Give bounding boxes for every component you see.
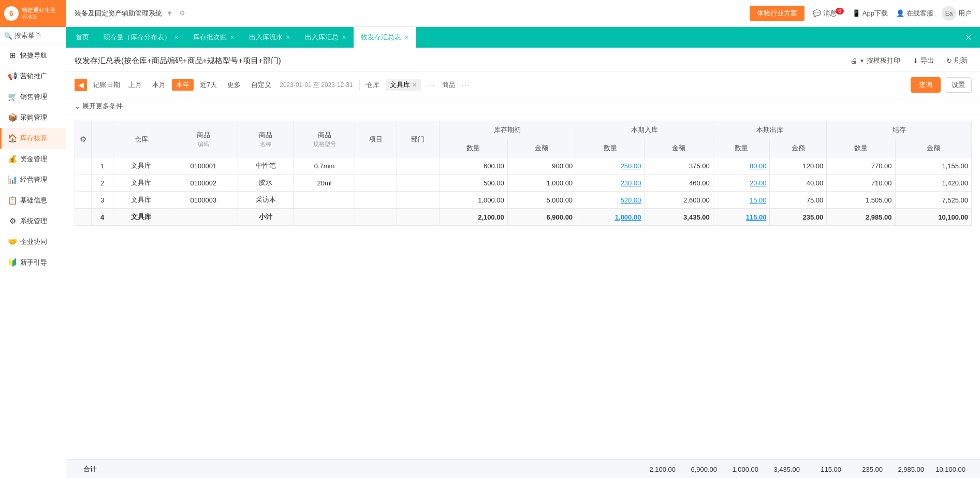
date-opt-last-month[interactable]: 上月	[124, 79, 146, 91]
table-row-2-warehouse-cell: 文具库	[113, 175, 169, 192]
footer-out-amt: 235.00	[847, 466, 889, 473]
tab-stock-dist-close[interactable]: ✕	[174, 34, 179, 41]
warehouse-more-dots[interactable]: ···	[427, 81, 436, 89]
sidebar-item-marketing[interactable]: 📢 营销推广	[0, 66, 66, 86]
table-row-3-in-qty-cell[interactable]: 520.00	[576, 192, 645, 209]
sidebar-item-label: 经营管理	[20, 175, 47, 184]
tab-batch-ledger-close[interactable]: ✕	[230, 34, 235, 41]
app-download-label: App下载	[862, 9, 888, 18]
refresh-button[interactable]: ↻ 刷新	[942, 54, 972, 67]
footer-opening-amt: 6,900.00	[682, 466, 723, 473]
table-row-1-department-cell	[397, 157, 439, 175]
user-group[interactable]: Ea 用户	[942, 6, 972, 21]
date-opt-7days[interactable]: 近7天	[196, 79, 221, 91]
tab-stock-flow[interactable]: 出入库流水 ✕	[242, 27, 298, 48]
tab-recv-send-summary-close[interactable]: ✕	[404, 34, 409, 41]
table-row-2-in-amt-cell: 460.00	[645, 175, 713, 192]
tab-home[interactable]: 首页	[68, 27, 96, 48]
finance-icon: 💰	[8, 154, 17, 164]
query-button[interactable]: 查询	[911, 77, 941, 93]
table-row-1-in-qty-cell[interactable]: 250.00	[576, 157, 645, 175]
sidebar-item-purchase[interactable]: 📦 采购管理	[0, 107, 66, 128]
table-row-4-goods-spec-cell	[294, 209, 355, 226]
th-goods-spec: 商品规格型号	[294, 121, 355, 157]
sidebar-item-finance[interactable]: 💰 资金管理	[0, 149, 66, 169]
table-row-2-in-qty-cell[interactable]: 230.00	[576, 175, 645, 192]
logo-sub: 标准版	[22, 13, 56, 21]
tab-stock-dist-label: 现存量（库存分布表）	[104, 33, 171, 42]
spacer	[66, 232, 980, 336]
sidebar-item-cooperation[interactable]: 🤝 企业协同	[0, 231, 66, 252]
date-opt-this-year[interactable]: 本年	[172, 79, 194, 91]
th-goods-name: 商品名称	[238, 121, 294, 157]
table-row-3-closing-amt-cell: 7,525.00	[895, 192, 972, 209]
filter-toggle-button[interactable]: ◀	[75, 79, 87, 91]
page-actions: 🖨 ▼ 按模板打印 ⬇ 导出 ↻ 刷新	[846, 54, 972, 67]
logo-icon: 6	[4, 6, 19, 21]
table-row-3-department-cell	[397, 192, 439, 209]
online-service-group[interactable]: 👤 在线客服	[896, 9, 933, 18]
message-group[interactable]: 💬 消息 6	[813, 9, 844, 18]
app-download-group[interactable]: 📱 App下载	[852, 9, 888, 18]
tab-stock-flow-close[interactable]: ✕	[286, 34, 290, 41]
date-opt-more[interactable]: 更多	[223, 79, 245, 91]
footer-label: 合计	[75, 465, 106, 474]
search-menu-item[interactable]: 🔍 搜索菜单	[0, 27, 66, 45]
sidebar-item-sales[interactable]: 🛒 销售管理	[0, 86, 66, 107]
table-row-1-out-qty-cell[interactable]: 80.00	[713, 157, 770, 175]
tab-bar-close[interactable]: ✕	[959, 33, 978, 42]
sidebar-item-inventory[interactable]: 🏠 库存核算	[0, 128, 66, 149]
tab-stock-summary-close[interactable]: ✕	[342, 34, 346, 41]
sidebar-item-operations[interactable]: 📊 经营管理	[0, 169, 66, 190]
table-row-4-goods-code-cell	[169, 209, 238, 226]
table-row-3-goods-spec-cell	[294, 192, 355, 209]
table-row-4-project-cell	[355, 209, 397, 226]
table-footer: 合计 2,100.00 6,900.00 1,000.00 3,435.00 1…	[66, 459, 980, 478]
system-icon: ⚙	[8, 216, 17, 226]
search-menu-label: 搜索菜单	[14, 31, 41, 40]
th-out: 本期出库	[713, 121, 827, 139]
settings-icon[interactable]: ⚙	[179, 9, 185, 17]
sidebar-item-system[interactable]: ⚙ 系统管理	[0, 211, 66, 231]
goods-more-dots[interactable]: ···	[462, 81, 471, 89]
goods-filter-label: 商品	[442, 80, 456, 90]
th-in-amt: 金额	[645, 139, 713, 157]
date-opt-custom[interactable]: 自定义	[247, 79, 275, 91]
search-icon: 🔍	[4, 32, 12, 40]
tab-stock-dist[interactable]: 现存量（库存分布表） ✕	[96, 27, 186, 48]
export-label: 导出	[920, 56, 934, 65]
basic-info-icon: 📋	[8, 196, 17, 205]
tab-stock-summary[interactable]: 出入库汇总 ✕	[298, 27, 354, 48]
table-row-4-row-num-cell: 4	[92, 209, 113, 226]
table-row-2-row-settings-cell	[75, 175, 92, 192]
th-settings: ⚙	[75, 121, 92, 157]
print-button[interactable]: 🖨 ▼ 按模板打印	[846, 54, 904, 67]
warehouse-tag-close[interactable]: ✕	[412, 82, 417, 89]
table-row-3-out-amt-cell: 75.00	[770, 192, 827, 209]
table-row-1-warehouse-cell: 文具库	[113, 157, 169, 175]
guide-icon: 🔰	[8, 258, 17, 267]
filter-settings-button[interactable]: 设置	[945, 77, 972, 93]
logo-title: 畅捷通好生意	[22, 6, 56, 13]
table-row-2-out-qty-cell[interactable]: 20.00	[713, 175, 770, 192]
trial-button[interactable]: 体验行业方案	[750, 6, 805, 21]
tab-recv-send-summary[interactable]: 收发存汇总表 ✕	[354, 27, 416, 48]
table-row-3-out-qty-cell[interactable]: 15.00	[713, 192, 770, 209]
footer-closing-qty: 2,985.00	[889, 466, 930, 473]
table-row-2-closing-qty-cell: 710.00	[827, 175, 895, 192]
tab-batch-ledger[interactable]: 库存批次账 ✕	[186, 27, 242, 48]
sidebar-item-quick-nav[interactable]: ⊞ 快捷导航	[0, 45, 66, 66]
table-settings-icon[interactable]: ⚙	[80, 135, 86, 143]
sidebar-item-basic-info[interactable]: 📋 基础信息	[0, 190, 66, 211]
sidebar-item-guide[interactable]: 🔰 新手引导	[0, 252, 66, 273]
expand-more-button[interactable]: ⌄ 展开更多条件	[75, 102, 123, 111]
table-row-4-in-qty-cell[interactable]: 1,000.00	[576, 209, 645, 226]
table-row-4-opening-qty-cell: 2,100.00	[439, 209, 507, 226]
table-row-1-closing-qty-cell: 770.00	[827, 157, 895, 175]
export-button[interactable]: ⬇ 导出	[909, 54, 938, 67]
date-filter-label: 记账日期	[93, 80, 120, 90]
warehouse-tag: 文具库 ✕	[386, 79, 421, 91]
date-opt-this-month[interactable]: 本月	[148, 79, 170, 91]
th-project: 项目	[355, 121, 397, 157]
table-row-4-out-qty-cell[interactable]: 115.00	[713, 209, 770, 226]
